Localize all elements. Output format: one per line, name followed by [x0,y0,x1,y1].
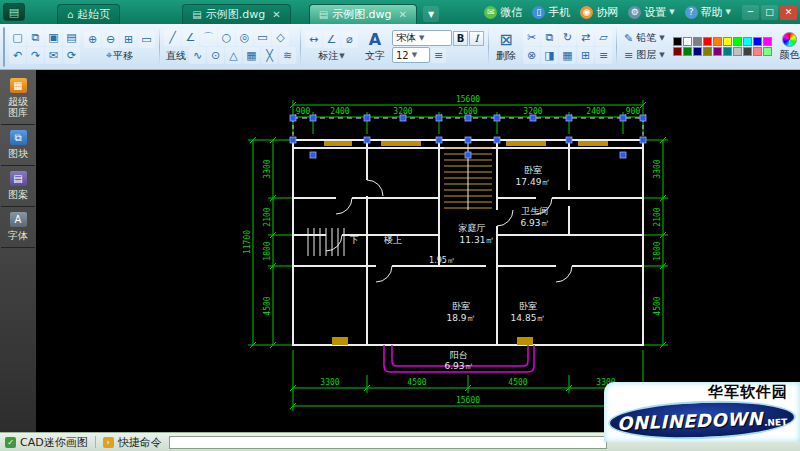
layer-button[interactable]: ≡ 图层 ▼ [621,47,668,63]
zoom-window-icon[interactable]: ⊞ [120,31,137,48]
dim-text: 3300 [653,159,662,178]
minimize-button[interactable]: ─ [742,5,759,20]
color-swatch[interactable] [733,47,742,56]
wave-icon[interactable]: ≋ [279,47,296,64]
match-icon[interactable]: ≡ [595,47,612,64]
offset-icon[interactable]: ▱ [595,29,612,46]
italic-button[interactable]: I [469,31,484,46]
color-swatch[interactable] [763,47,772,56]
close-tab-icon[interactable]: ✕ [399,9,407,20]
new-icon[interactable]: ▢ [9,29,26,46]
font-size-select[interactable]: 12 ▼ [392,47,430,63]
maximize-button[interactable]: □ [761,5,778,20]
bold-button[interactable]: B [453,31,468,46]
text-tool[interactable]: A 文字 [361,25,389,68]
shortcut-chip[interactable]: › 快捷命令 [103,435,162,450]
polyline-icon[interactable]: ∠ [182,29,199,46]
phone-button[interactable]: ▯ 手机 [527,5,575,20]
erase-icon[interactable]: ⊗ [523,47,540,64]
rotate-icon[interactable]: ↻ [559,29,576,46]
user-avatar[interactable] [3,27,5,67]
color-swatch[interactable] [713,37,722,46]
floor-plan-drawing[interactable]: 15600 900 2400 3200 2600 3200 2400 900 1… [36,70,800,432]
circle-icon[interactable]: ○ [218,29,235,46]
save-icon[interactable]: ▣ [45,29,62,46]
help-button[interactable]: ? 帮助 ▼ [680,5,736,20]
command-input[interactable] [169,436,607,449]
open-icon[interactable]: ⧉ [27,29,44,46]
mail-icon[interactable]: ✉ [45,47,62,64]
color-swatch[interactable] [753,47,762,56]
color-swatch[interactable] [743,47,752,56]
toolbar-divider [300,27,301,66]
array-icon[interactable]: ▦ [559,47,576,64]
color-swatch[interactable] [683,47,692,56]
tab-drawing-1[interactable]: ▤ 示例图.dwg ✕ [182,4,290,24]
line-tool-button[interactable]: 直线 [164,49,188,63]
app-name-chip[interactable]: ✓ CAD迷你画图 [5,435,88,450]
align-icon[interactable]: ≡ [431,48,446,63]
color-swatch[interactable] [683,37,692,46]
triangle-icon[interactable]: △ [225,47,242,64]
settings-button[interactable]: ⚙ 设置 ▼ [623,5,679,20]
tab-list-dropdown[interactable]: ▼ [423,6,439,22]
zoom-extents-icon[interactable]: ▭ [138,31,155,48]
zoom-out-icon[interactable]: ⊖ [102,31,119,48]
dim-linear-icon[interactable]: ↔ [305,31,322,48]
pencil-button[interactable]: ✎ 铅笔 ▼ [621,30,668,46]
collab-button[interactable]: ◉ 协网 [575,5,623,20]
drawing-area[interactable]: 15600 900 2400 3200 2600 3200 2400 900 1… [36,70,800,432]
break-icon[interactable]: ╳ [261,47,278,64]
color-tool[interactable]: 颜色 [776,25,800,68]
delete-tool[interactable]: ⊠ 删除 [492,25,520,68]
cut-icon[interactable]: ✂ [523,29,540,46]
wechat-button[interactable]: ✉ 微信 [479,5,527,20]
color-swatch[interactable] [743,37,752,46]
dim-diameter-icon[interactable]: ⌀ [341,31,358,48]
donut-icon[interactable]: ◎ [236,29,253,46]
line-icon[interactable]: ╱ [164,29,181,46]
color-swatch[interactable] [723,37,732,46]
color-swatch[interactable] [693,47,702,56]
zoom-in-icon[interactable]: ⊕ [84,31,101,48]
point-icon[interactable]: ⊙ [207,47,224,64]
close-tab-icon[interactable]: ✕ [272,9,280,20]
polygon-icon[interactable]: ◇ [272,29,289,46]
dimension-button[interactable]: 标注 [318,49,338,63]
refresh-icon[interactable]: ⟳ [63,47,80,64]
tab-drawing-2[interactable]: ▤ 示例图.dwg ✕ [309,4,417,24]
pan-button[interactable]: 平移 [113,49,133,63]
spline-icon[interactable]: ∿ [189,47,206,64]
print-icon[interactable]: ▤ [63,29,80,46]
redo-icon[interactable]: ↷ [27,47,44,64]
color-swatch[interactable] [753,37,762,46]
dim-text: 1800 [263,241,272,260]
color-swatch[interactable] [703,37,712,46]
hatch-icon[interactable]: ▦ [243,47,260,64]
sidebar-item-library[interactable]: ▦ 超级图库 [1,73,35,125]
arc-icon[interactable]: ⌒ [200,29,217,46]
fillet-icon[interactable]: ◨ [541,47,558,64]
rectangle-icon[interactable]: ▭ [254,29,271,46]
close-button[interactable]: ✕ [780,5,797,20]
color-swatch[interactable] [673,37,682,46]
color-swatch[interactable] [703,47,712,56]
tab-start-page[interactable]: ⌂ 起始页 [57,4,120,24]
sidebar-item-blocks[interactable]: ⧉ 图块 [1,125,35,166]
mirror-icon[interactable]: ⇄ [577,29,594,46]
copy-icon[interactable]: ⧉ [541,29,558,46]
sidebar-item-fonts[interactable]: A 字体 [1,207,35,248]
dim-angular-icon[interactable]: ∠ [323,31,340,48]
color-swatch[interactable] [723,47,732,56]
insert-icon[interactable]: ⊞ [577,47,594,64]
sidebar-item-patterns[interactable]: ▤ 图案 [1,166,35,207]
app-logo-icon[interactable]: ▤ [3,3,25,21]
color-swatch[interactable] [673,47,682,56]
color-swatch[interactable] [693,37,702,46]
undo-icon[interactable]: ↶ [9,47,26,64]
font-family-select[interactable]: 宋体 ▼ [392,30,452,46]
watermark-logo-tld: .NET [764,417,788,428]
color-swatch[interactable] [713,47,722,56]
color-swatch[interactable] [763,37,772,46]
color-swatch[interactable] [733,37,742,46]
